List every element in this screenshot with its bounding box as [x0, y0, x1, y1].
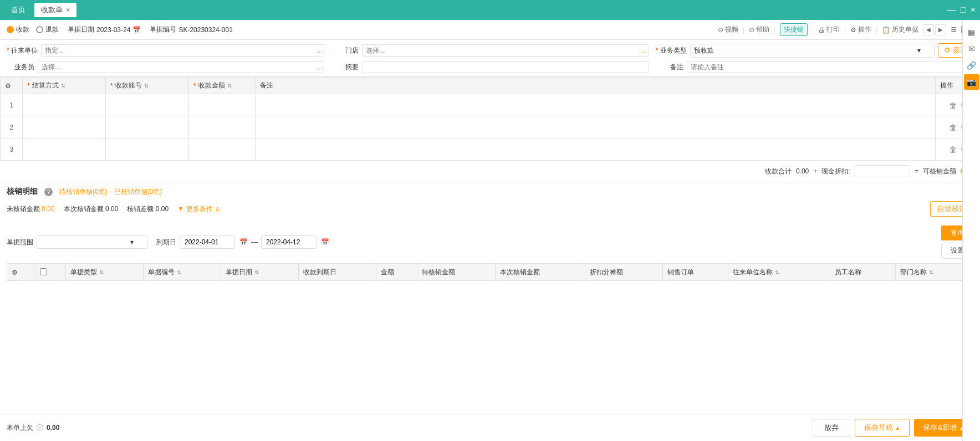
- discount-input[interactable]: [855, 165, 910, 177]
- row-3-account-input[interactable]: [106, 143, 188, 156]
- nav-prev-button[interactable]: ◀: [923, 24, 934, 35]
- row-1-amount[interactable]: [189, 94, 256, 116]
- row-2-account[interactable]: [106, 116, 189, 139]
- row-3-remark-input[interactable]: [256, 143, 935, 156]
- sort-account-icon[interactable]: ⇅: [144, 83, 149, 89]
- row-1-amount-input[interactable]: [189, 99, 255, 111]
- salesperson-field: 业务员 ...: [7, 61, 324, 73]
- row-1-remark[interactable]: [256, 94, 936, 116]
- form-row-2: 业务员 ... 摘要 备注: [7, 61, 973, 73]
- row-3-delete-icon[interactable]: 🗑: [949, 145, 957, 154]
- table-row: 3 🗑 ⧉: [1, 139, 980, 161]
- row-3-account[interactable]: [106, 139, 189, 161]
- pending-tab[interactable]: 待核销单据(0笔): [59, 187, 108, 197]
- maximize-button[interactable]: □: [961, 5, 966, 15]
- sort-doc-date-icon[interactable]: ⇅: [254, 269, 259, 275]
- tab-home[interactable]: 首页: [4, 3, 32, 17]
- operations-btn[interactable]: ⚙ 操作: [850, 25, 871, 34]
- date-from-calendar-icon[interactable]: 📅: [239, 238, 248, 246]
- print-btn[interactable]: 🖨 打印: [818, 25, 840, 34]
- sort-counterpart-icon[interactable]: ⇅: [775, 269, 779, 275]
- biz-type-select[interactable]: 预收款 ▾: [690, 44, 935, 58]
- sort-doc-number-icon[interactable]: ⇅: [177, 269, 181, 275]
- row-1-remark-input[interactable]: [256, 99, 935, 111]
- done-tab[interactable]: 已核销单据(0笔): [114, 187, 162, 197]
- sort-amount-icon[interactable]: ⇅: [227, 83, 232, 89]
- toolbar: 收款 退款 单据日期 2023-03-24 📅 单据编号 SK-20230324…: [0, 20, 980, 40]
- sidebar-table-icon[interactable]: ▦: [964, 24, 979, 40]
- store-more-icon[interactable]: ...: [641, 47, 647, 54]
- th-remark: 备注: [256, 78, 936, 94]
- row-3-payment-input[interactable]: [23, 143, 105, 156]
- row-2-amount[interactable]: [189, 116, 256, 139]
- tab-close-button[interactable]: ×: [66, 6, 70, 14]
- video-btn[interactable]: ⊙ 视频: [718, 25, 738, 34]
- summary-input[interactable]: [362, 61, 649, 73]
- sidebar-email-icon[interactable]: ✉: [964, 41, 979, 57]
- row-2-payment-input[interactable]: [23, 121, 105, 134]
- remark-input[interactable]: [687, 61, 973, 73]
- filter-icon: ▼: [177, 205, 184, 213]
- help-btn[interactable]: ⊙ 帮助: [749, 25, 769, 34]
- chevron-up-icon: ∧: [215, 205, 220, 213]
- unchecked-stat: 未核销金额 0.00: [7, 204, 55, 214]
- number-value[interactable]: SK-20230324-001: [178, 26, 232, 34]
- info-icon[interactable]: ⓘ: [37, 423, 43, 433]
- more-conditions-btn[interactable]: ▼ 更多条件 ∧: [177, 204, 220, 214]
- close-button[interactable]: ×: [971, 5, 976, 15]
- total-value: 0.00: [796, 167, 809, 175]
- minimize-button[interactable]: —: [947, 5, 956, 15]
- sort-doc-type-icon[interactable]: ⇅: [99, 269, 104, 275]
- row-2-remark[interactable]: [256, 116, 936, 139]
- sidebar-camera-icon[interactable]: 📷: [964, 74, 979, 90]
- row-1-account[interactable]: [106, 94, 189, 116]
- th-bottom-settings[interactable]: ⚙: [7, 264, 35, 281]
- shortcut-btn[interactable]: 快捷键: [780, 23, 808, 36]
- radio-refund[interactable]: 退款: [36, 25, 59, 34]
- due-date-to-input[interactable]: [261, 235, 317, 249]
- row-2-account-input[interactable]: [106, 121, 188, 134]
- row-1-payment-input[interactable]: [23, 99, 105, 111]
- row-1-account-input[interactable]: [106, 99, 188, 111]
- plus-sign: +: [813, 167, 817, 175]
- calendar-icon[interactable]: 📅: [132, 26, 141, 34]
- row-1-payment-method[interactable]: [23, 94, 106, 116]
- nav-next-button[interactable]: ▶: [935, 24, 946, 35]
- radio-receive[interactable]: 收款: [7, 25, 29, 34]
- sidebar-link-icon[interactable]: 🔗: [964, 58, 979, 73]
- due-date-from-input[interactable]: [180, 235, 235, 249]
- row-3-amount-input[interactable]: [189, 143, 255, 156]
- date-to-calendar-icon[interactable]: 📅: [321, 238, 329, 246]
- counterpart-input[interactable]: [41, 44, 324, 57]
- row-2-payment-method[interactable]: [23, 116, 106, 139]
- history-btn[interactable]: 📋 历史单据: [882, 25, 918, 34]
- row-1-delete-icon[interactable]: 🗑: [949, 101, 957, 110]
- verify-info-icon[interactable]: ?: [44, 188, 53, 196]
- date-value[interactable]: 2023-03-24: [96, 26, 130, 34]
- row-2-amount-input[interactable]: [189, 121, 255, 134]
- row-2-remark-input[interactable]: [256, 121, 935, 134]
- salesperson-more-icon[interactable]: ...: [317, 63, 322, 71]
- abandon-button[interactable]: 放弃: [813, 419, 850, 437]
- salesperson-input[interactable]: [38, 61, 324, 73]
- th-settings[interactable]: ⚙: [1, 78, 23, 94]
- range-select[interactable]: ▾: [37, 235, 147, 249]
- row-3-amount[interactable]: [189, 139, 256, 161]
- th-bottom-checkbox[interactable]: [35, 264, 65, 281]
- sort-payment-method-icon[interactable]: ⇅: [61, 83, 65, 89]
- tab-current[interactable]: 收款单 ×: [34, 3, 76, 17]
- store-input[interactable]: [362, 44, 649, 57]
- radio-receive-dot: [7, 26, 14, 33]
- counterpart-more-icon[interactable]: ...: [317, 47, 322, 54]
- row-2-delete-icon[interactable]: 🗑: [949, 123, 957, 132]
- select-all-checkbox[interactable]: [40, 268, 47, 275]
- equals-sign: =: [915, 167, 918, 175]
- row-3-remark[interactable]: [256, 139, 936, 161]
- current-label: 本单上欠: [7, 423, 33, 433]
- list-view-icon[interactable]: ≡: [951, 24, 957, 35]
- sort-dept-icon[interactable]: ⇅: [929, 269, 933, 275]
- save-draft-button[interactable]: 保存草稿 ▲: [855, 419, 910, 437]
- bottom-table-wrapper[interactable]: ⚙ 单据类型 ⇅ 单据编号 ⇅: [7, 264, 973, 414]
- row-3-payment-method[interactable]: [23, 139, 106, 161]
- help-icon: ⊙: [749, 26, 754, 34]
